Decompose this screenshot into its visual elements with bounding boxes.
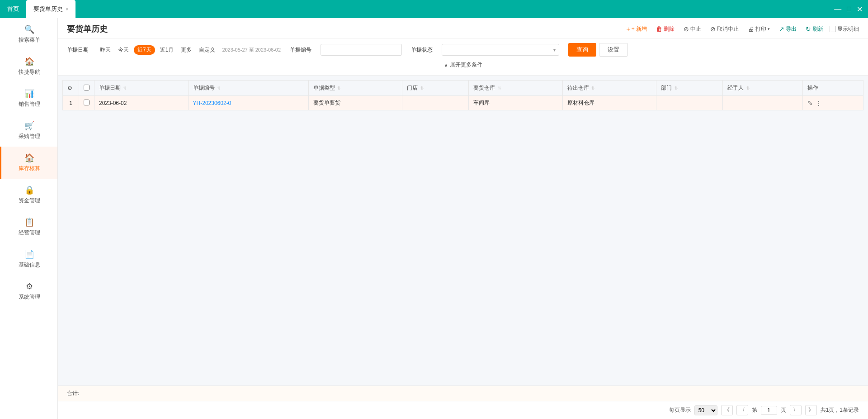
tab-order-history-label: 要货单历史	[33, 5, 63, 13]
cancel-stop-button[interactable]: ⊘ 取消中止	[708, 24, 741, 34]
refresh-label: 刷新	[812, 25, 823, 33]
print-button[interactable]: 🖨 打印 ▾	[745, 24, 773, 34]
table-body: 1 2023-06-02 YH-20230602-0 要货单要货 车间库 原材料…	[63, 96, 863, 110]
page-next-button[interactable]: 〉	[790, 405, 802, 415]
table-footer: 合计:	[58, 386, 868, 401]
page-unit: 页	[781, 406, 786, 414]
sidebar-item-finance[interactable]: 🔒 资金管理	[0, 179, 57, 211]
tab-order-history[interactable]: 要货单历史 ×	[26, 0, 75, 18]
table-header-department[interactable]: 部门 ⇅	[656, 81, 723, 96]
sidebar-item-system[interactable]: ⚙ 系统管理	[0, 275, 57, 307]
row-store	[402, 96, 469, 110]
toolbar: + + 新增 🗑 删除 ⊘ 中止 ⊘ 取消中止 🖨 打印	[623, 24, 859, 34]
row-doc-no-link[interactable]: YH-20230602-0	[193, 100, 231, 106]
date-btn-1month[interactable]: 近1月	[158, 45, 176, 55]
row-more-icon[interactable]: ⋮	[816, 100, 822, 107]
cancel-stop-icon: ⊘	[710, 25, 716, 33]
table-header-doc-type[interactable]: 单据类型 ⇅	[308, 81, 402, 96]
filter-bar: 单据日期 昨天 今天 近7天 近1月 更多 自定义 2023-05-27 至 2…	[58, 38, 868, 76]
finance-icon: 🔒	[24, 185, 34, 195]
row-department	[656, 96, 723, 110]
new-icon: +	[626, 25, 630, 33]
date-filter-label: 单据日期	[67, 46, 89, 54]
row-edit-icon[interactable]: ✎	[807, 100, 813, 107]
delete-button[interactable]: 🗑 删除	[653, 24, 677, 34]
query-button[interactable]: 查询	[568, 43, 596, 57]
top-bar-right: — □ ✕	[834, 5, 868, 14]
sidebar-item-operations[interactable]: 📋 经营管理	[0, 211, 57, 243]
tab-close-icon[interactable]: ×	[66, 6, 68, 12]
table-header-actions: 操作	[803, 81, 863, 96]
date-btn-yesterday[interactable]: 昨天	[98, 45, 113, 55]
sort-docno-icon: ⇅	[217, 86, 221, 90]
window-close-icon[interactable]: ✕	[857, 5, 863, 14]
row-pending-warehouse: 原材料仓库	[562, 96, 656, 110]
sort-handler-icon: ⇅	[746, 86, 750, 90]
date-btn-custom[interactable]: 自定义	[197, 45, 217, 55]
sidebar-item-inventory-label: 库存核算	[19, 165, 40, 172]
export-button[interactable]: ↗ 导出	[776, 24, 799, 34]
table-settings-header[interactable]: ⚙	[63, 81, 79, 96]
page-last-button[interactable]: 》	[805, 405, 817, 415]
top-tabs: 首页 要货单历史 ×	[0, 0, 75, 18]
new-label: + 新增	[632, 25, 647, 33]
settings-button[interactable]: 设置	[599, 43, 628, 57]
sidebar-item-quick-nav[interactable]: 🏠 快捷导航	[0, 50, 57, 82]
table-header-doc-no[interactable]: 单据编号 ⇅	[188, 81, 308, 96]
status-select[interactable]	[442, 44, 559, 56]
page-label: 第	[752, 406, 757, 414]
page-prev-button[interactable]: 〈	[736, 405, 748, 415]
doc-no-input[interactable]	[321, 44, 402, 56]
sidebar-item-purchase[interactable]: 🛒 采购管理	[0, 114, 57, 147]
stop-icon: ⊘	[684, 25, 689, 33]
tab-home[interactable]: 首页	[0, 0, 26, 18]
select-all-checkbox[interactable]	[84, 85, 90, 90]
table-header-req-warehouse[interactable]: 要货仓库 ⇅	[469, 81, 562, 96]
sidebar-item-search-menu[interactable]: 🔍 搜索菜单	[0, 18, 57, 50]
operations-icon: 📋	[24, 217, 34, 227]
stop-button[interactable]: ⊘ 中止	[681, 24, 704, 34]
row-handler	[723, 96, 803, 110]
page-size-select[interactable]: 50 100	[694, 405, 717, 415]
search-menu-icon: 🔍	[24, 24, 34, 34]
page-title: 要货单历史	[67, 24, 108, 34]
row-req-warehouse: 车间库	[469, 96, 562, 110]
expand-more-button[interactable]: ∨ 展开更多条件	[67, 59, 859, 71]
status-select-wrapper	[442, 44, 559, 56]
system-icon: ⚙	[26, 281, 33, 291]
page-first-button[interactable]: 《	[721, 405, 733, 415]
window-maximize-icon[interactable]: □	[847, 5, 851, 13]
refresh-button[interactable]: ↻ 刷新	[803, 24, 826, 34]
date-btn-today[interactable]: 今天	[116, 45, 131, 55]
table-header-pending-warehouse[interactable]: 待出仓库 ⇅	[562, 81, 656, 96]
stop-label: 中止	[690, 25, 701, 33]
sidebar-item-finance-label: 资金管理	[19, 197, 40, 205]
sales-icon: 📊	[24, 89, 34, 99]
table-header-date[interactable]: 单据日期 ⇅	[94, 81, 189, 96]
refresh-icon: ↻	[806, 25, 811, 33]
new-button[interactable]: + + 新增	[623, 24, 650, 34]
page-input[interactable]	[761, 406, 777, 415]
inventory-icon: 🏠	[24, 153, 34, 163]
table-header-handler[interactable]: 经手人 ⇅	[723, 81, 803, 96]
window-minimize-icon[interactable]: —	[834, 5, 841, 13]
quick-nav-icon: 🏠	[24, 57, 34, 67]
filter-row-1: 单据日期 昨天 今天 近7天 近1月 更多 自定义 2023-05-27 至 2…	[67, 43, 859, 57]
table-header-store[interactable]: 门店 ⇅	[402, 81, 469, 96]
date-btn-7days[interactable]: 近7天	[134, 45, 155, 55]
print-icon: 🖨	[748, 25, 754, 33]
row-checkbox[interactable]	[84, 100, 90, 105]
sidebar-item-basic-info[interactable]: 📄 基础信息	[0, 243, 57, 275]
pagination: 每页显示 50 100 《 〈 第 页 〉 》 共1页，1条记录	[58, 401, 868, 419]
date-btn-more[interactable]: 更多	[179, 45, 194, 55]
show-detail-button[interactable]: 显示明细	[830, 25, 859, 33]
page-size-label: 每页显示	[669, 406, 691, 414]
basic-info-icon: 📄	[24, 249, 34, 259]
sidebar-item-sales[interactable]: 📊 销售管理	[0, 82, 57, 114]
sidebar-item-operations-label: 经营管理	[19, 229, 40, 237]
action-buttons: 查询 设置	[568, 43, 628, 57]
sidebar-item-inventory[interactable]: 🏠 库存核算	[0, 147, 57, 179]
sidebar-item-basic-info-label: 基础信息	[19, 261, 40, 269]
summary-label: 合计:	[67, 390, 79, 397]
show-detail-label: 显示明细	[837, 25, 859, 33]
